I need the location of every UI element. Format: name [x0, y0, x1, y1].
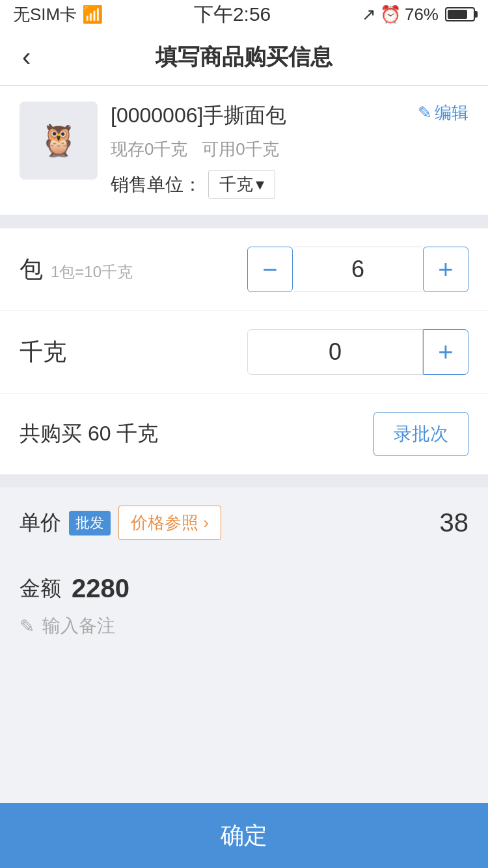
input-section: 包 1包=10千克 − + 千克 + 共购买 60 千克 录批次 [0, 228, 488, 474]
stock-available: 可用0千克 [202, 139, 278, 159]
alarm-icon: ⏰ [380, 5, 401, 25]
status-left: 无SIM卡 📶 [13, 3, 103, 26]
price-value: 38 [440, 508, 469, 537]
confirm-button-label: 确定 [221, 820, 267, 852]
kg-row: 千克 + [0, 311, 488, 394]
section-divider-1 [0, 215, 488, 228]
total-row: 共购买 60 千克 录批次 [0, 394, 488, 474]
edit-label: 编辑 [435, 102, 468, 124]
status-right: ↗ ⏰ 76% [362, 5, 475, 25]
pack-stepper: − + [247, 247, 468, 292]
product-unit-row: 销售单位： 千克 ▾ [111, 170, 468, 199]
no-sim-text: 无SIM卡 [13, 3, 77, 26]
pack-plus-button[interactable]: + [423, 247, 468, 292]
product-logo-icon: 🦉 [39, 122, 78, 159]
amount-value: 2280 [72, 574, 129, 603]
kg-plus-button[interactable]: + [423, 329, 468, 375]
product-title: 手撕面包 [203, 103, 286, 127]
remark-row[interactable]: ✎ 输入备注 [20, 614, 468, 638]
product-name: [0000006]手撕面包 [111, 102, 286, 130]
kg-label-main: 千克 [20, 336, 66, 368]
chevron-down-icon: ▾ [256, 174, 264, 195]
status-time: 下午2:56 [194, 1, 271, 28]
nav-bar: ‹ 填写商品购买信息 [0, 29, 488, 86]
pack-input[interactable] [293, 247, 423, 292]
page-title: 填写商品购买信息 [156, 42, 332, 72]
amount-label: 金额 [20, 575, 61, 603]
product-thumbnail: 🦉 [20, 102, 98, 180]
kg-input[interactable] [247, 329, 423, 375]
record-batch-button[interactable]: 录批次 [373, 412, 468, 456]
product-info: [0000006]手撕面包 ✎ 编辑 现存0千克 可用0千克 销售单位： 千克 … [111, 102, 468, 199]
section-divider-2 [0, 474, 488, 487]
price-reference-button[interactable]: 价格参照 › [118, 506, 221, 540]
kg-stepper: + [247, 329, 468, 375]
product-id: [0000006] [111, 103, 203, 127]
battery-percent: 76% [405, 5, 439, 25]
pack-row: 包 1包=10千克 − + [0, 228, 488, 311]
edit-button[interactable]: ✎ 编辑 [418, 102, 468, 124]
price-section: 单价 批发 价格参照 › 38 金额 2280 ✎ 输入备注 [0, 487, 488, 847]
total-text: 共购买 60 千克 [20, 420, 158, 448]
price-badge: 批发 [69, 511, 111, 536]
remark-placeholder: 输入备注 [42, 614, 115, 638]
unit-value: 千克 [219, 173, 253, 196]
amount-section: 金额 2280 ✎ 输入备注 [0, 558, 488, 651]
stock-current: 现存0千克 [111, 139, 187, 159]
kg-label: 千克 [20, 336, 66, 368]
unit-label: 销售单位： [111, 172, 202, 197]
product-card: 🦉 [0000006]手撕面包 ✎ 编辑 现存0千克 可用0千克 销售单位： 千… [0, 86, 488, 215]
wifi-icon: 📶 [82, 5, 103, 25]
amount-row: 金额 2280 [20, 574, 468, 603]
back-button[interactable]: ‹ [16, 36, 37, 78]
confirm-bar[interactable]: 确定 [0, 803, 488, 868]
pack-minus-button[interactable]: − [247, 247, 293, 292]
pack-label: 包 1包=10千克 [20, 254, 133, 286]
battery-icon [445, 7, 475, 21]
pencil-icon: ✎ [20, 616, 34, 637]
pack-label-sub: 1包=10千克 [51, 262, 133, 282]
product-stock: 现存0千克 可用0千克 [111, 138, 468, 161]
status-bar: 无SIM卡 📶 下午2:56 ↗ ⏰ 76% [0, 0, 488, 29]
unit-select[interactable]: 千克 ▾ [208, 170, 275, 199]
location-icon: ↗ [362, 5, 376, 25]
price-row: 单价 批发 价格参照 › 38 [0, 487, 488, 558]
edit-icon: ✎ [418, 103, 432, 123]
pack-label-main: 包 [20, 254, 43, 286]
price-label: 单价 [20, 509, 61, 537]
price-label-group: 单价 批发 价格参照 › [20, 506, 221, 540]
